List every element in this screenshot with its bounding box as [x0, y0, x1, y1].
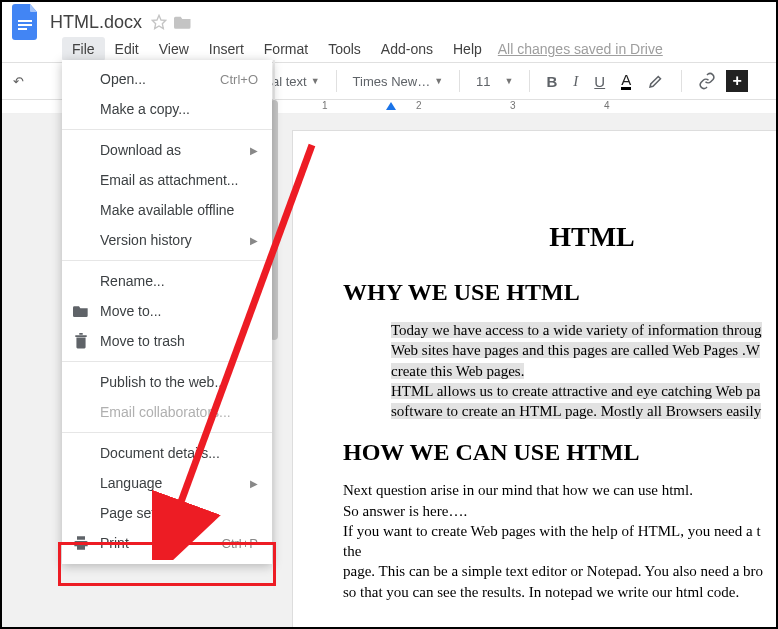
file-menu-move-to-trash[interactable]: Move to trash — [62, 326, 272, 356]
file-menu-dropdown: Open... Ctrl+O Make a copy... Download a… — [62, 60, 272, 564]
document-page[interactable]: HTML WHY WE USE HTML Today we have acces… — [292, 130, 776, 627]
underline-button[interactable]: U — [588, 69, 611, 94]
doc-text: page. This can be a simple text editor o… — [343, 561, 776, 581]
menu-edit[interactable]: Edit — [105, 37, 149, 61]
menu-item-label: Rename... — [100, 273, 165, 289]
file-menu-page-setup[interactable]: Page setup... — [62, 498, 272, 528]
file-menu-version-history[interactable]: Version history ▶ — [62, 225, 272, 255]
doc-text: HTML allows us to create attractive and … — [391, 383, 760, 399]
italic-button[interactable]: I — [567, 69, 584, 94]
toolbar-separator — [529, 70, 530, 92]
menu-separator — [62, 129, 272, 130]
doc-text: Web sites have pages and this pages are … — [391, 342, 760, 358]
menu-item-label: Make a copy... — [100, 101, 190, 117]
highlighter-icon — [647, 72, 665, 90]
text-color-button[interactable]: A — [615, 69, 637, 94]
menu-help[interactable]: Help — [443, 37, 492, 61]
highlight-color-button[interactable] — [641, 68, 671, 94]
menu-view[interactable]: View — [149, 37, 199, 61]
svg-rect-0 — [18, 20, 32, 22]
doc-text: create this Web pages. — [391, 363, 524, 379]
save-status[interactable]: All changes saved in Drive — [498, 41, 663, 57]
file-menu-rename[interactable]: Rename... — [62, 266, 272, 296]
document-title[interactable]: HTML.docx — [50, 12, 142, 33]
menu-item-label: Print — [100, 535, 129, 551]
file-menu-print[interactable]: Print Ctrl+P — [62, 528, 272, 558]
menu-item-label: Move to trash — [100, 333, 185, 349]
menu-item-label: Publish to the web... — [100, 374, 226, 390]
menu-addons[interactable]: Add-ons — [371, 37, 443, 61]
file-menu-open[interactable]: Open... Ctrl+O — [62, 64, 272, 94]
toolbar-separator — [336, 70, 337, 92]
doc-text: the — [343, 541, 776, 561]
file-menu-download-as[interactable]: Download as ▶ — [62, 135, 272, 165]
chevron-right-icon: ▶ — [250, 145, 258, 156]
menu-tools[interactable]: Tools — [318, 37, 371, 61]
menu-item-label: Email collaborators... — [100, 404, 231, 420]
ruler-tick: 2 — [416, 100, 510, 113]
chevron-down-icon: ▼ — [505, 76, 514, 86]
text-color-label: A — [621, 73, 631, 90]
toolbar-separator — [459, 70, 460, 92]
menu-item-label: Document details... — [100, 445, 220, 461]
doc-text: software to create an HTML page. Mostly … — [391, 403, 761, 419]
doc-text: So answer is here…. — [343, 501, 776, 521]
menu-separator — [62, 260, 272, 261]
toolbar-separator — [681, 70, 682, 92]
insert-link-button[interactable] — [692, 68, 722, 94]
chevron-down-icon: ▼ — [311, 76, 320, 86]
file-menu-document-details[interactable]: Document details... — [62, 438, 272, 468]
doc-text: so that you can see the results. In note… — [343, 582, 776, 602]
undo-button[interactable]: ↶ — [10, 74, 26, 89]
menu-shortcut: Ctrl+P — [222, 536, 258, 551]
font-family-select[interactable]: Times New… ▼ — [347, 70, 449, 93]
file-menu-email-attachment[interactable]: Email as attachment... — [62, 165, 272, 195]
svg-marker-3 — [152, 15, 165, 28]
star-icon[interactable] — [150, 13, 168, 31]
doc-heading-why: WHY WE USE HTML — [343, 279, 776, 306]
menu-item-label: Make available offline — [100, 202, 234, 218]
chevron-down-icon: ▼ — [434, 76, 443, 86]
doc-heading-how: HOW WE CAN USE HTML — [343, 439, 776, 466]
link-icon — [698, 72, 716, 90]
print-icon — [72, 534, 90, 552]
more-toolbar-button[interactable]: + — [726, 70, 748, 92]
menu-separator — [62, 432, 272, 433]
file-menu-publish-web[interactable]: Publish to the web... — [62, 367, 272, 397]
menu-separator — [62, 361, 272, 362]
menu-item-label: Email as attachment... — [100, 172, 239, 188]
ruler-tick: 3 — [510, 100, 604, 113]
menu-shortcut: Ctrl+O — [220, 72, 258, 87]
font-size-label: 11 — [476, 74, 490, 89]
menu-item-label: Move to... — [100, 303, 161, 319]
indent-marker-icon[interactable] — [386, 102, 396, 110]
docs-logo-icon[interactable] — [10, 2, 42, 42]
doc-heading-title: HTML — [343, 221, 776, 253]
file-menu-language[interactable]: Language ▶ — [62, 468, 272, 498]
font-family-label: Times New… — [353, 74, 431, 89]
ruler-tick: 1 — [322, 100, 416, 113]
doc-text: Next question arise in our mind that how… — [343, 480, 776, 500]
doc-text: If you want to create Web pages with the… — [343, 521, 776, 541]
trash-icon — [72, 332, 90, 350]
folder-move-icon[interactable] — [174, 13, 192, 31]
menu-item-label: Open... — [100, 71, 146, 87]
menu-format[interactable]: Format — [254, 37, 318, 61]
folder-icon — [72, 302, 90, 320]
menu-item-label: Page setup... — [100, 505, 183, 521]
menu-file[interactable]: File — [62, 37, 105, 61]
file-menu-make-copy[interactable]: Make a copy... — [62, 94, 272, 124]
ruler-tick: 4 — [604, 100, 698, 113]
file-menu-move-to[interactable]: Move to... — [62, 296, 272, 326]
chevron-right-icon: ▶ — [250, 478, 258, 489]
svg-rect-1 — [18, 24, 32, 26]
doc-text: Today we have access to a wide variety o… — [391, 322, 762, 338]
svg-rect-2 — [18, 28, 27, 30]
chevron-right-icon: ▶ — [250, 235, 258, 246]
file-menu-email-collaborators: Email collaborators... — [62, 397, 272, 427]
file-menu-make-offline[interactable]: Make available offline — [62, 195, 272, 225]
font-size-select[interactable]: 11 ▼ — [470, 70, 519, 93]
bold-button[interactable]: B — [540, 69, 563, 94]
menu-insert[interactable]: Insert — [199, 37, 254, 61]
menu-item-label: Download as — [100, 142, 181, 158]
